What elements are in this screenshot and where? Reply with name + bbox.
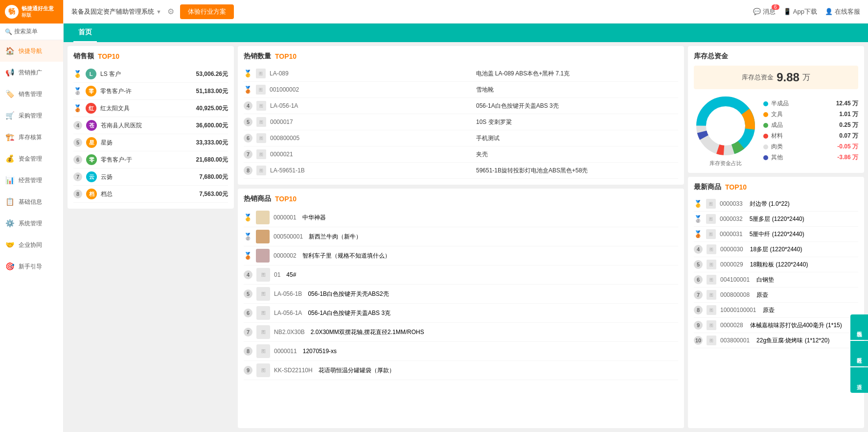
- product-image-placeholder: 图: [707, 275, 716, 285]
- messages-button[interactable]: 💬 消息 6: [753, 7, 776, 16]
- rank-value: 36,600.00元: [196, 121, 228, 130]
- new-prod-code: 003800001: [720, 337, 750, 344]
- prod-name: 056-1B白色按键开关壳ABS2壳: [308, 290, 388, 298]
- sidebar: 畅 畅捷通好生意 标版 🔍 搜索菜单 🏠快捷导航📢营销推广🏷️销售管理🛒采购管理…: [0, 0, 64, 432]
- hot-qty-list: 🥇图 LA-089 电池盖 LA-089 ABS本色+黑种 7.1克🥉图 001…: [244, 66, 678, 179]
- prod-code: LA-056-1A: [270, 102, 472, 109]
- hot-products-panel: 热销商品 TOP10 🥇 0000001 中华神器🥈 000500001 新西兰…: [238, 189, 684, 428]
- float-button[interactable]: 客服热线: [850, 314, 868, 340]
- new-prod-name: 体械嘉核味苏打饮品400毫升 (1*15): [750, 321, 842, 330]
- search-menu[interactable]: 🔍 搜索菜单: [0, 24, 63, 40]
- product-image-placeholder: 图: [256, 344, 270, 358]
- float-button[interactable]: 直播: [850, 367, 868, 393]
- rank-avatar: 档: [86, 189, 97, 199]
- donut-wrapper: 库存资金占比: [694, 94, 757, 167]
- sidebar-item-10[interactable]: 🎯新手引导: [0, 256, 63, 277]
- sidebar-item-2[interactable]: 🏷️销售管理: [0, 83, 63, 105]
- hot-qty-item: 6图 000800005 手机测试: [244, 130, 678, 146]
- new-prod-name: 18多层 (1220*2440): [750, 245, 802, 254]
- legend-dot: [763, 112, 768, 117]
- new-prod-name: 封边带 (1.0*22): [750, 200, 790, 208]
- right-column: 库存总资金 库存总资金 9.88 万: [688, 46, 864, 428]
- rank-avatar: 星: [86, 137, 97, 148]
- sidebar-item-6[interactable]: 📊经营管理: [0, 169, 63, 191]
- product-image: [256, 211, 270, 224]
- legend-dot: [763, 101, 768, 106]
- sidebar-item-4[interactable]: 🏗️库存核算: [0, 126, 63, 148]
- sidebar-item-3[interactable]: 🛒采购管理: [0, 105, 63, 126]
- new-product-item: 5图 0000029 18颗粒板 (1220*2440): [694, 257, 858, 272]
- rank-number: 5: [73, 138, 82, 147]
- inventory-chart-area: 库存资金占比 半成品 12.45 万 文具 1.01 万 成品 0.25 万 材…: [694, 94, 858, 167]
- settings-icon[interactable]: ⚙: [167, 7, 174, 16]
- legend-name: 成品: [771, 121, 836, 129]
- prod-name: 2.0X30MM双摆花轴,摆花直径2.1MM/ROHS: [311, 328, 424, 336]
- legend-name: 其他: [771, 153, 834, 162]
- hot-product-item: 🥈 000500001 新西兰牛肉（新牛）: [244, 227, 678, 246]
- legend-value: 0.25 万: [839, 121, 858, 129]
- prod-name: 手机测试: [476, 134, 678, 143]
- rank-name: 云扬: [101, 173, 195, 181]
- sidebar-item-1[interactable]: 📢营销推广: [0, 62, 63, 83]
- legend-name: 材料: [771, 132, 836, 140]
- prod-name: 新西兰牛肉（新牛）: [309, 233, 362, 241]
- new-prod-code: 0000028: [720, 322, 743, 329]
- sales-rank-item: 4 苍 苍南县人民医院 36,600.00元: [73, 117, 228, 134]
- new-prod-code: 0000033: [720, 200, 743, 207]
- legend-item: 肉类 -0.05 万: [763, 143, 858, 151]
- sales-rank-item: 8 档 档总 7,563.00元: [73, 186, 228, 203]
- legend-dot: [763, 144, 768, 149]
- new-prod-code: 10000100001: [720, 307, 756, 313]
- rank-name: 星扬: [101, 139, 192, 147]
- hot-product-item: 4图 01 45#: [244, 265, 678, 285]
- medal-icon: 🥈: [244, 233, 252, 240]
- dropdown-arrow[interactable]: ▼: [156, 9, 161, 15]
- new-prod-name: 5厘中纤 (1220*2440): [750, 230, 804, 239]
- rank-value: 53,006.26元: [196, 70, 228, 78]
- online-service-button[interactable]: 👤 在线客服: [825, 7, 860, 16]
- sales-rank-item: 🥉 红 红太阳文具 40,925.00元: [73, 100, 228, 117]
- legend-item: 成品 0.25 万: [763, 121, 858, 129]
- message-badge: 6: [772, 4, 779, 10]
- sidebar-item-5[interactable]: 💰资金管理: [0, 148, 63, 169]
- prod-code: 0000001: [274, 214, 297, 221]
- prod-name: 59651-1B旋转投影灯电池盒ABS黑色+58壳: [476, 167, 678, 175]
- medal-icon: 🥈: [73, 87, 82, 95]
- legend-dot: [763, 123, 768, 128]
- new-product-item: 10图 003800001 22g鱼豆腐·烧烤味 (1*12*20): [694, 333, 858, 348]
- inventory-total: 库存总资金 9.88 万: [694, 66, 858, 89]
- product-image-placeholder: 图: [256, 287, 270, 301]
- inventory-unit: 万: [802, 72, 810, 83]
- rank-number: 6: [694, 275, 703, 284]
- float-button[interactable]: 服务社区: [850, 341, 868, 366]
- hot-products-list: 🥇 0000001 中华神器🥈 000500001 新西兰牛肉（新牛）🥉 000…: [244, 208, 678, 380]
- experience-button[interactable]: 体验行业方案: [180, 4, 234, 19]
- prod-img: 图: [256, 166, 266, 175]
- new-prod-code: 000800008: [720, 291, 750, 298]
- system-title: 装备及固定资产辅助管理系统 ▼: [71, 7, 161, 16]
- tab-home[interactable]: 首页: [73, 24, 97, 42]
- new-prod-name: 原壶: [763, 306, 775, 314]
- prod-name: 45#: [286, 271, 296, 278]
- left-column: 销售额 TOP10 🥇 L LS 客户 53,006.26元🥈 零 零售客户-许…: [68, 46, 234, 428]
- legend-value: -3.86 万: [837, 153, 858, 162]
- prod-code: 0000002: [274, 252, 297, 259]
- hot-product-item: 7图 NB2.0X30B 2.0X30MM双摆花轴,摆花直径2.1MM/ROHS: [244, 323, 678, 342]
- product-image-placeholder: 图: [256, 268, 270, 282]
- rank-number: 10: [694, 336, 703, 345]
- sales-rank-item: 6 零 零售客户-于 21,680.00元: [73, 151, 228, 168]
- medal-icon: 🥇: [244, 214, 252, 221]
- prod-img: 图: [256, 117, 266, 127]
- rank-number: 5: [244, 289, 252, 298]
- prod-code: LA-056-1A: [274, 310, 302, 316]
- sidebar-item-7[interactable]: 📋基础信息: [0, 191, 63, 213]
- rank-number: 7: [694, 290, 703, 299]
- product-image-placeholder: 图: [707, 320, 716, 330]
- sidebar-item-8[interactable]: ⚙️系统管理: [0, 213, 63, 234]
- sales-rank-item: 7 云 云扬 7,680.00元: [73, 168, 228, 186]
- app-download-button[interactable]: 📱 App下载: [783, 7, 817, 16]
- donut-chart: [694, 94, 757, 158]
- sidebar-item-9[interactable]: 🤝企业协同: [0, 234, 63, 256]
- sidebar-item-0[interactable]: 🏠快捷导航: [0, 40, 63, 62]
- topbar: 装备及固定资产辅助管理系统 ▼ ⚙ 体验行业方案 💬 消息 6 📱 App下载 …: [64, 0, 868, 24]
